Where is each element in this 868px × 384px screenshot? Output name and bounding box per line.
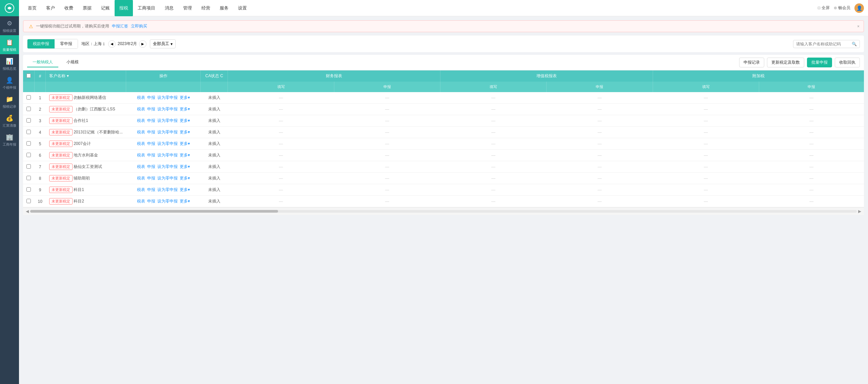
op-btn-2[interactable]: 设为零申报: [157, 141, 178, 147]
op-btn-1[interactable]: 申报: [147, 152, 155, 158]
promo-link-shenbaohui[interactable]: 申报汇签: [112, 23, 128, 29]
op-btn-3[interactable]: 更多▾: [180, 187, 190, 193]
date-next-button[interactable]: ▶: [139, 40, 146, 48]
row-checkbox[interactable]: [23, 161, 35, 173]
nav-charge[interactable]: 收费: [60, 0, 78, 16]
row-checkbox[interactable]: [23, 127, 35, 138]
tab-taxdeclaration[interactable]: 税款申报: [27, 39, 55, 48]
nav-message[interactable]: 消息: [160, 0, 178, 16]
region-selector[interactable]: 地区：上海 ℹ: [81, 41, 105, 47]
op-btn-1[interactable]: 申报: [147, 141, 155, 147]
row-checkbox[interactable]: [23, 184, 35, 196]
op-btn-2[interactable]: 设为零申报: [157, 175, 178, 181]
horizontal-scrollbar[interactable]: ◀ ▶: [23, 207, 864, 215]
promo-link-buy[interactable]: 立即购买: [131, 23, 147, 29]
subtab-small-scale[interactable]: 小规模: [61, 58, 84, 67]
tab-zerodeclaration[interactable]: 零申报: [55, 39, 78, 48]
op-btn-0[interactable]: 税表: [137, 187, 145, 193]
op-btn-1[interactable]: 申报: [147, 164, 155, 170]
op-btn-0[interactable]: 税表: [137, 152, 145, 158]
op-btn-3[interactable]: 更多▾: [180, 198, 190, 204]
op-btn-2[interactable]: 设为零申报: [157, 187, 178, 193]
op-btn-2[interactable]: 设为零申报: [157, 164, 178, 170]
op-btn-1[interactable]: 申报: [147, 187, 155, 193]
op-btn-0[interactable]: 税表: [137, 95, 145, 101]
scroll-left-arrow[interactable]: ◀: [24, 209, 30, 214]
promo-close-button[interactable]: ×: [857, 24, 860, 29]
op-btn-2[interactable]: 设为零申报: [157, 106, 178, 112]
department-selector[interactable]: 全部员工 ▾: [150, 39, 176, 48]
op-btn-3[interactable]: 更多▾: [180, 106, 190, 112]
row-checkbox[interactable]: [23, 196, 35, 207]
op-btn-0[interactable]: 税表: [137, 141, 145, 147]
op-btn-2[interactable]: 设为零申报: [157, 198, 178, 204]
row-fin-rep: —: [334, 92, 440, 104]
nav-client[interactable]: 客户: [41, 0, 60, 16]
op-btn-3[interactable]: 更多▾: [180, 95, 190, 101]
op-btn-0[interactable]: 税表: [137, 118, 145, 124]
nav-business-mgmt[interactable]: 经营: [197, 0, 215, 16]
op-btn-2[interactable]: 设为零申报: [157, 95, 178, 101]
op-btn-3[interactable]: 更多▾: [180, 118, 190, 124]
sidebar-item-baoshuizonglan[interactable]: 📊 报税总览: [0, 54, 19, 73]
nav-service[interactable]: 服务: [215, 0, 233, 16]
subtab-general-taxpayer[interactable]: 一般纳税人: [27, 58, 58, 67]
row-checkbox[interactable]: [23, 173, 35, 184]
row-vat-fill: —: [440, 150, 546, 161]
op-btn-1[interactable]: 申报: [147, 129, 155, 135]
op-btn-1[interactable]: 申报: [147, 175, 155, 181]
date-prev-button[interactable]: ◀: [108, 40, 116, 48]
op-btn-0[interactable]: 税表: [137, 164, 145, 170]
sidebar-item-piliangshuibao[interactable]: 📋 批量报税: [0, 35, 19, 54]
piliangshenb-button[interactable]: 批量申报: [807, 58, 832, 67]
op-btn-2[interactable]: 设为零申报: [157, 152, 178, 158]
op-btn-0[interactable]: 税表: [137, 198, 145, 204]
row-checkbox[interactable]: [23, 138, 35, 150]
status-badge: 未更新税定: [49, 129, 73, 135]
op-btn-0[interactable]: 税表: [137, 129, 145, 135]
nav-business[interactable]: 工商项目: [133, 0, 160, 16]
op-btn-1[interactable]: 申报: [147, 118, 155, 124]
row-add-rep: —: [759, 104, 864, 115]
sidebar-item-geshuishenb[interactable]: 👤 个税申报: [0, 73, 19, 92]
shouhuihuishu-button[interactable]: 收取回执: [835, 58, 860, 67]
search-input[interactable]: [796, 42, 850, 46]
op-btn-0[interactable]: 税表: [137, 106, 145, 112]
row-checkbox[interactable]: [23, 104, 35, 115]
op-btn-3[interactable]: 更多▾: [180, 175, 190, 181]
sidebar-item-gongshangnianbao[interactable]: 🏢 工商年报: [0, 130, 19, 149]
row-fin-fill: —: [228, 184, 334, 196]
op-btn-3[interactable]: 更多▾: [180, 164, 190, 170]
table-row: 2 未更新税定 （勿删）江西酸宝-LSS 税表申报设为零申报更多▾ 未插入 — …: [23, 104, 864, 115]
select-all-checkbox[interactable]: [26, 73, 31, 78]
nav-bookkeeping[interactable]: 记账: [96, 0, 115, 16]
row-checkbox[interactable]: [23, 150, 35, 161]
op-btn-1[interactable]: 申报: [147, 198, 155, 204]
nav-settings[interactable]: 设置: [233, 0, 252, 16]
nav-invoice[interactable]: 票据: [78, 0, 96, 16]
user-avatar[interactable]: 👤: [854, 3, 864, 13]
member-button[interactable]: ⊙ 畅会员: [834, 5, 850, 11]
gengxin-button[interactable]: 更新税定及取数: [767, 58, 804, 67]
sidebar-item-baoshuishezhi[interactable]: ⚙ 报税设置: [0, 16, 19, 35]
nav-taxreport[interactable]: 报税: [115, 0, 133, 16]
op-btn-3[interactable]: 更多▾: [180, 129, 190, 135]
scroll-right-arrow[interactable]: ▶: [857, 209, 863, 214]
sidebar-item-baoshuijilu[interactable]: 📁 报税记录: [0, 92, 19, 111]
sidebar-item-huisuanqingjiao[interactable]: 💰 汇算清缴: [0, 111, 19, 130]
op-btn-3[interactable]: 更多▾: [180, 152, 190, 158]
row-checkbox[interactable]: [23, 115, 35, 127]
fullscreen-button[interactable]: □ 全屏: [818, 5, 830, 11]
op-btn-1[interactable]: 申报: [147, 106, 155, 112]
op-btn-2[interactable]: 设为零申报: [157, 129, 178, 135]
nav-homepage[interactable]: 首页: [23, 0, 41, 16]
row-checkbox[interactable]: [23, 92, 35, 104]
row-add-fill: —: [653, 104, 759, 115]
op-btn-0[interactable]: 税表: [137, 175, 145, 181]
shenbaojilu-button[interactable]: 申报记录: [739, 58, 764, 67]
search-box[interactable]: 🔍: [793, 40, 860, 48]
op-btn-2[interactable]: 设为零申报: [157, 118, 178, 124]
op-btn-1[interactable]: 申报: [147, 95, 155, 101]
nav-manage[interactable]: 管理: [178, 0, 197, 16]
op-btn-3[interactable]: 更多▾: [180, 141, 190, 147]
